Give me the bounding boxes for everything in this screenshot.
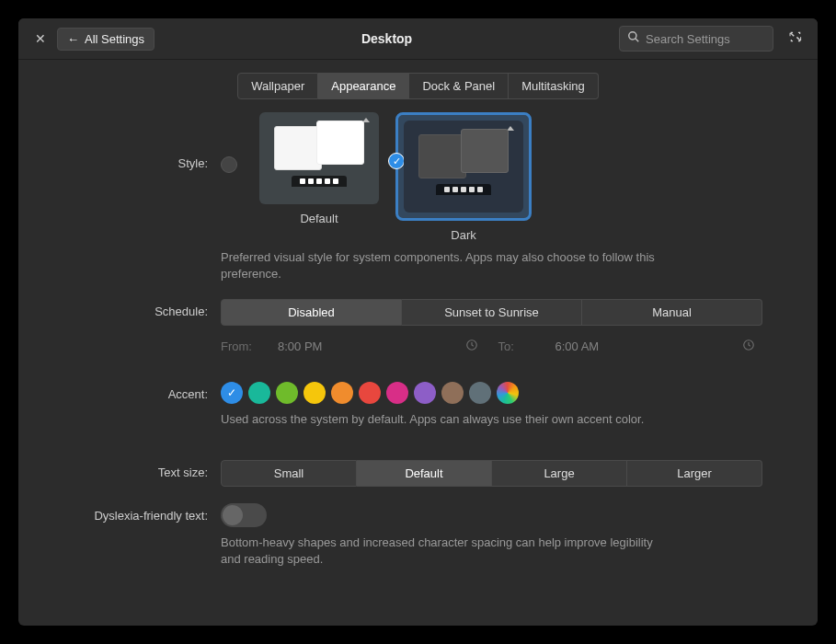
style-label: Style:	[74, 112, 221, 170]
page-title: Desktop	[155, 31, 619, 46]
schedule-time-row: From: 8:00 PM To: 6:00 AM	[221, 335, 762, 358]
schedule-option-sunset[interactable]: Sunset to Sunrise	[402, 299, 582, 326]
clock-icon	[465, 339, 478, 354]
style-row: Style: Default	[74, 112, 762, 282]
toggle-knob	[223, 505, 243, 525]
textsize-row: Text size: Small Default Large Larger	[74, 460, 762, 487]
search-input[interactable]	[646, 32, 765, 46]
textsize-segmented: Small Default Large Larger	[221, 460, 762, 487]
desktop-tabs: Wallpaper Appearance Dock & Panel Multit…	[18, 60, 818, 112]
textsize-option-small[interactable]: Small	[221, 460, 357, 487]
schedule-option-disabled[interactable]: Disabled	[221, 299, 402, 326]
style-preview-dark	[404, 121, 523, 213]
from-time-input[interactable]: 8:00 PM	[270, 335, 486, 358]
style-caption-default: Default	[300, 212, 338, 225]
schedule-row: Schedule: Disabled Sunset to Sunrise Man…	[74, 299, 762, 358]
style-scheduler-indicator[interactable]	[221, 156, 237, 173]
to-label: To:	[498, 339, 535, 353]
accent-swatch-lime[interactable]	[276, 382, 298, 404]
svg-line-1	[636, 39, 639, 42]
to-time-input[interactable]: 6:00 AM	[548, 335, 763, 358]
svg-point-0	[629, 32, 636, 40]
accent-label: Accent:	[74, 382, 221, 401]
clock-icon	[742, 339, 755, 354]
accent-swatches: ✓	[221, 382, 762, 404]
dyslexia-row: Dyslexia-friendly text: Bottom-heavy sha…	[74, 503, 762, 568]
to-time-value: 6:00 AM	[555, 339, 600, 353]
tab-wallpaper[interactable]: Wallpaper	[237, 73, 318, 99]
schedule-segmented: Disabled Sunset to Sunrise Manual	[221, 299, 762, 326]
style-option-dark[interactable]: ✓ Dark	[395, 112, 532, 242]
accent-description: Used across the system by default. Apps …	[221, 411, 662, 428]
close-icon: ✕	[35, 31, 46, 46]
accent-row: Accent: ✓ Used across the system by defa…	[74, 382, 762, 428]
textsize-label: Text size:	[74, 460, 221, 479]
check-icon: ✓	[388, 153, 405, 169]
schedule-option-manual[interactable]: Manual	[582, 299, 762, 326]
accent-swatch-strawberry[interactable]	[359, 382, 381, 404]
accent-swatch-auto[interactable]	[497, 382, 519, 404]
from-time-value: 8:00 PM	[278, 339, 322, 353]
dyslexia-label: Dyslexia-friendly text:	[74, 503, 221, 523]
tab-appearance[interactable]: Appearance	[318, 73, 409, 99]
search-field[interactable]	[619, 26, 773, 52]
maximize-button[interactable]	[784, 28, 807, 50]
accent-swatch-orange[interactable]	[331, 382, 353, 404]
textsize-option-default[interactable]: Default	[357, 460, 492, 487]
close-button[interactable]: ✕	[29, 28, 52, 50]
textsize-option-larger[interactable]: Larger	[627, 460, 762, 487]
schedule-label: Schedule:	[74, 299, 221, 318]
appearance-content: Style: Default	[18, 112, 818, 626]
accent-swatch-bubblegum[interactable]	[386, 382, 408, 404]
textsize-option-large[interactable]: Large	[492, 460, 627, 487]
maximize-icon	[789, 30, 802, 47]
settings-window: ✕ ← All Settings Desktop Wallpaper Appea…	[18, 18, 818, 626]
from-label: From:	[221, 339, 258, 353]
style-caption-dark: Dark	[451, 228, 475, 242]
tab-multitasking[interactable]: Multitasking	[509, 73, 599, 99]
all-settings-button[interactable]: ← All Settings	[57, 28, 155, 51]
search-icon	[627, 30, 640, 47]
accent-swatch-grape[interactable]	[414, 382, 436, 404]
accent-swatch-slate[interactable]	[469, 382, 491, 404]
back-arrow-icon: ←	[67, 32, 79, 46]
back-label: All Settings	[85, 32, 144, 46]
accent-swatch-cocoa[interactable]	[441, 382, 464, 404]
titlebar: ✕ ← All Settings Desktop	[18, 18, 818, 60]
dyslexia-toggle[interactable]	[221, 503, 267, 527]
dyslexia-description: Bottom-heavy shapes and increased charac…	[221, 535, 662, 568]
accent-swatch-blueberry[interactable]: ✓	[221, 382, 243, 404]
tab-dock-panel[interactable]: Dock & Panel	[409, 73, 509, 99]
style-description: Preferred visual style for system compon…	[221, 249, 662, 282]
accent-swatch-mint[interactable]	[248, 382, 270, 404]
style-option-default[interactable]: Default	[259, 112, 379, 225]
style-preview-default	[259, 112, 379, 204]
accent-swatch-banana[interactable]	[303, 382, 326, 404]
